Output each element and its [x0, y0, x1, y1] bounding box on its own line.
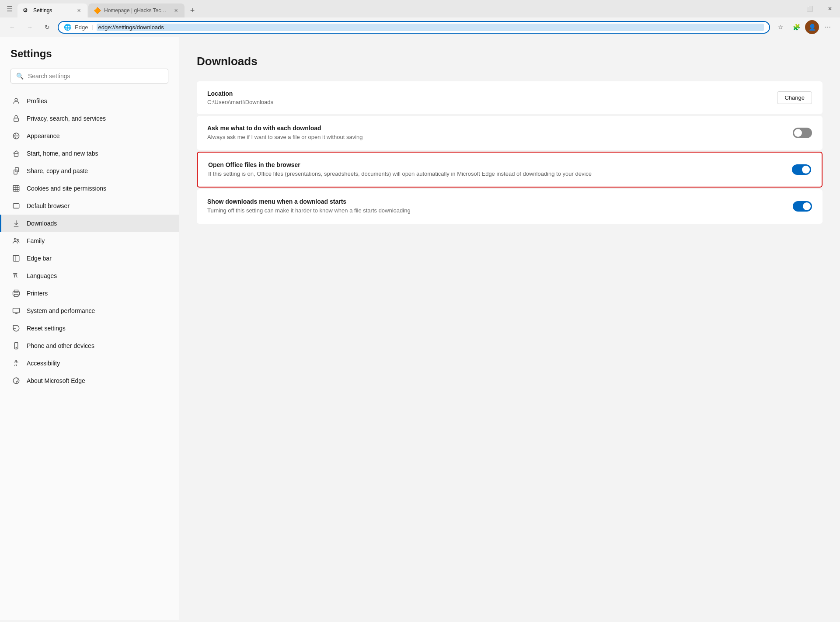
svg-point-23 [16, 347, 17, 348]
svg-rect-17 [14, 294, 18, 296]
show-downloads-toggle-knob [803, 202, 811, 210]
show-downloads-section: Show downloads menu when a download star… [197, 189, 823, 223]
ask-download-row: Ask me what to do with each download Alw… [207, 125, 812, 141]
sidebar-item-downloads[interactable]: Downloads [0, 215, 179, 232]
sidebar-item-phone[interactable]: Phone and other devices [0, 337, 179, 354]
ask-download-toggle[interactable] [793, 128, 812, 138]
open-office-label: Open Office files in the browser [208, 161, 783, 168]
tab-ghacks-close-btn[interactable]: ✕ [172, 7, 179, 14]
sidebar-item-accessibility[interactable]: Accessibility [0, 354, 179, 372]
sidebar-item-accessibility-label: Accessibility [27, 360, 60, 367]
open-office-section: Open Office files in the browser If this… [198, 153, 822, 187]
sidebar-item-phone-label: Phone and other devices [27, 342, 94, 349]
svg-point-13 [14, 238, 17, 240]
sidebar-item-share-copy-label: Share, copy and paste [27, 167, 88, 174]
ask-download-section: Ask me what to do with each download Alw… [197, 116, 823, 150]
sidebar-item-family-label: Family [27, 237, 45, 244]
sidebar-item-languages[interactable]: Languages [0, 267, 179, 285]
ask-download-text: Ask me what to do with each download Alw… [207, 125, 784, 141]
search-input[interactable] [28, 73, 163, 80]
system-icon [12, 306, 21, 315]
show-downloads-toggle[interactable] [793, 201, 812, 212]
close-btn[interactable]: ✕ [820, 2, 840, 16]
sidebar-item-share-copy[interactable]: Share, copy and paste [0, 162, 179, 180]
languages-icon [12, 271, 21, 280]
forward-btn[interactable]: → [23, 20, 37, 34]
sidebar-toggle-btn[interactable]: ☰ [0, 0, 16, 17]
sidebar-item-appearance[interactable]: Appearance [0, 127, 179, 145]
settings-sidebar: Settings 🔍 Profiles Privacy, search, and… [0, 37, 179, 620]
show-downloads-row: Show downloads menu when a download star… [207, 198, 812, 215]
svg-rect-1 [14, 118, 19, 122]
collections-btn[interactable]: 🧩 [789, 20, 803, 34]
tab-ghacks-label: Homepage | gHacks Technology [104, 7, 169, 14]
sidebar-item-default-browser-label: Default browser [27, 202, 70, 209]
svg-point-0 [15, 98, 17, 101]
appearance-icon [12, 132, 21, 140]
svg-point-14 [17, 239, 18, 240]
ask-download-toggle-knob [794, 129, 802, 137]
refresh-btn[interactable]: ↻ [40, 20, 54, 34]
restore-btn[interactable]: ⬜ [800, 2, 820, 16]
svg-point-26 [16, 382, 17, 382]
cookies-icon [12, 184, 21, 193]
sidebar-title: Settings [0, 48, 179, 69]
sidebar-item-family[interactable]: Family [0, 232, 179, 250]
sidebar-item-system-label: System and performance [27, 307, 95, 314]
sidebar-nav: Profiles Privacy, search, and services A… [0, 92, 179, 389]
sidebar-item-printers[interactable]: Printers [0, 285, 179, 302]
sidebar-item-profiles-label: Profiles [27, 97, 47, 104]
open-office-desc: If this setting is on, Office files (pre… [208, 170, 783, 178]
printers-icon [12, 289, 21, 298]
browser-chrome: ☰ ⚙ Settings ✕ 🔶 Homepage | gHacks Techn… [0, 0, 840, 37]
svg-rect-11 [13, 204, 19, 208]
favorites-btn[interactable]: ☆ [774, 20, 788, 34]
open-office-row: Open Office files in the browser If this… [208, 161, 811, 178]
svg-rect-6 [13, 185, 19, 191]
open-office-text: Open Office files in the browser If this… [208, 161, 783, 178]
sidebar-item-system[interactable]: System and performance [0, 302, 179, 320]
location-card: Location C:\Users\marti\Downloads Change [197, 81, 823, 114]
svg-rect-15 [13, 255, 19, 261]
sidebar-item-appearance-label: Appearance [27, 132, 60, 139]
sidebar-item-privacy[interactable]: Privacy, search, and services [0, 110, 179, 127]
location-change-btn[interactable]: Change [777, 91, 812, 104]
tab-settings-close-btn[interactable]: ✕ [75, 7, 82, 14]
settings-favicon-icon: ⚙ [23, 7, 30, 14]
open-office-toggle[interactable] [792, 164, 811, 175]
reset-icon [12, 324, 21, 333]
svg-point-24 [16, 360, 17, 361]
address-url[interactable]: edge://settings/downloads [97, 24, 764, 31]
show-downloads-label: Show downloads menu when a download star… [207, 198, 784, 205]
about-icon [12, 376, 21, 385]
edge-bar-icon [12, 254, 21, 263]
sidebar-item-cookies-label: Cookies and site permissions [27, 185, 106, 192]
sidebar-item-cookies[interactable]: Cookies and site permissions [0, 180, 179, 197]
search-box[interactable]: 🔍 [10, 69, 168, 83]
tab-ghacks[interactable]: 🔶 Homepage | gHacks Technology ✕ [88, 3, 185, 17]
site-icon: 🌐 [64, 24, 71, 31]
sidebar-item-edge-bar[interactable]: Edge bar [0, 250, 179, 267]
sidebar-item-languages-label: Languages [27, 272, 57, 279]
new-tab-btn[interactable]: + [185, 3, 199, 17]
main-content: Downloads Location C:\Users\marti\Downlo… [179, 37, 840, 620]
sidebar-item-profiles[interactable]: Profiles [0, 92, 179, 110]
open-office-toggle-knob [802, 166, 810, 174]
sidebar-item-reset-label: Reset settings [27, 325, 66, 332]
sidebar-item-start-home[interactable]: Start, home, and new tabs [0, 145, 179, 162]
back-btn[interactable]: ← [5, 20, 19, 34]
ghacks-favicon-icon: 🔶 [94, 7, 101, 14]
sidebar-item-reset[interactable]: Reset settings [0, 320, 179, 337]
tab-settings[interactable]: ⚙ Settings ✕ [17, 3, 87, 17]
toolbar-actions: ☆ 🧩 👤 ⋯ [774, 20, 835, 34]
sidebar-item-default-browser[interactable]: Default browser [0, 197, 179, 215]
location-path: C:\Users\marti\Downloads [207, 99, 768, 105]
sidebar-item-about[interactable]: About Microsoft Edge [0, 372, 179, 389]
svg-rect-19 [13, 308, 20, 313]
default-browser-icon [12, 202, 21, 210]
minimize-btn[interactable]: — [780, 2, 800, 16]
menu-btn[interactable]: ⋯ [821, 20, 835, 34]
address-bar[interactable]: 🌐 Edge | edge://settings/downloads [58, 21, 770, 34]
profile-btn[interactable]: 👤 [805, 20, 819, 34]
location-label: Location [207, 90, 768, 97]
